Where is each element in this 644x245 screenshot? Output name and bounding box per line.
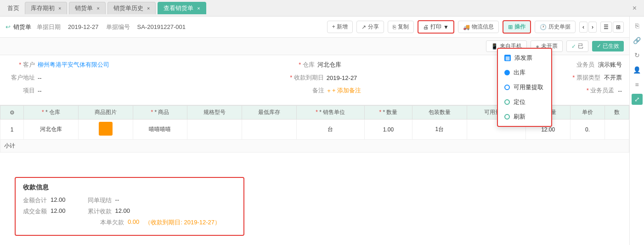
address-field: 客户地址 --: [7, 74, 290, 82]
add-invoice-label: 添发票: [514, 54, 532, 62]
same-order-label: 同单现结: [88, 196, 112, 205]
tab-inventory-init[interactable]: 库存期初 ×: [25, 2, 67, 14]
confirm-check-icon: ✓: [571, 43, 576, 50]
confirm-icon-btn[interactable]: ✓ 已: [566, 40, 588, 52]
col-price: 单价: [571, 106, 605, 120]
tab-sales-history-label: 销货单历史: [113, 4, 143, 12]
tab-sales-history[interactable]: 销货单历史 ×: [107, 2, 156, 14]
share-label: 分享: [368, 23, 379, 31]
copy-button[interactable]: ⎘ 复制: [388, 21, 414, 33]
share-button[interactable]: ↗ 分享: [356, 21, 384, 33]
staff-field: 业务员 演示账号: [567, 61, 622, 69]
locate-label: 定位: [514, 98, 525, 106]
tab-sales-order-close[interactable]: ×: [96, 6, 99, 11]
history-button[interactable]: 🕐 历史单据: [535, 21, 576, 33]
date-label: 单据日期: [37, 23, 61, 31]
row-price: 0.: [571, 120, 605, 140]
refresh-icon: [504, 114, 510, 120]
tab-sales-order-label: 销货单: [75, 4, 93, 12]
sidebar-refresh-icon[interactable]: ↻: [632, 50, 643, 61]
due-note: （收款到期日: 2019-12-27）: [145, 218, 220, 227]
effective-label: 已生效: [603, 43, 619, 49]
tab-inventory-init-close[interactable]: ×: [58, 6, 61, 11]
sidebar-copy-icon[interactable]: ⎘: [632, 20, 643, 31]
row-extra: [604, 120, 629, 140]
address-label: 客户地址: [7, 74, 35, 82]
dropdown-locate[interactable]: 定位: [498, 95, 551, 109]
col-extra: 数: [604, 106, 629, 120]
print-label: 打印: [430, 23, 441, 31]
dropdown-add-invoice[interactable]: ▦ 添发票: [498, 51, 551, 65]
note-label: 备注: [297, 86, 324, 95]
action-dropdown-menu: ▦ 添发票 出库 可用量提取 定位 刷新: [497, 48, 552, 127]
effective-check-icon: ✓: [597, 43, 601, 49]
row-spec: [187, 120, 242, 140]
tab-view-sales-label: 查看销货单: [164, 4, 193, 12]
prev-button[interactable]: ‹: [579, 22, 588, 33]
col-product: * * 商品: [133, 106, 187, 120]
customer-field: 客户 柳州粤港平安气体有限公司: [7, 61, 287, 69]
home-label: 首页: [7, 4, 19, 12]
list-view-button[interactable]: ☰: [600, 22, 612, 33]
row-qty: 1.00: [364, 120, 412, 140]
logistics-icon: 🚚: [463, 24, 470, 30]
customer-label: 客户: [7, 61, 35, 69]
col-pkg-qty: 包装数量: [412, 106, 467, 120]
tab-sales-history-close[interactable]: ×: [147, 6, 150, 11]
due-date-value: 2019-12-27: [327, 74, 357, 81]
amount-total-item: 金额合计 12.00: [23, 196, 66, 205]
payment-row-1: 金额合计 12.00 同单现结 --: [23, 196, 236, 205]
col-gear[interactable]: ⚙: [0, 106, 24, 120]
new-button[interactable]: + 新增: [327, 21, 353, 33]
action-button[interactable]: ⊞ 操作: [503, 20, 531, 34]
dropdown-out-warehouse[interactable]: 出库: [498, 65, 551, 80]
window-close-button[interactable]: ×: [629, 4, 640, 12]
ticket-type-field: 票据类型 不开票: [572, 74, 622, 82]
sidebar-list-icon[interactable]: ≡: [632, 79, 643, 90]
view-buttons: ☰ ⊞: [600, 22, 624, 33]
customer-value[interactable]: 柳州粤港平安气体有限公司: [38, 61, 109, 69]
row-warehouse: 河北仓库: [24, 120, 79, 140]
add-note-button[interactable]: + + 添加备注: [327, 86, 361, 95]
dropdown-qty-extract[interactable]: 可用量提取: [498, 80, 551, 95]
warehouse-label: 仓库: [287, 61, 315, 69]
amount-total-label: 金额合计: [23, 196, 47, 205]
tab-view-sales[interactable]: 查看销货单 ×: [158, 2, 206, 14]
logistics-button[interactable]: 🚚 物流信息: [458, 21, 499, 33]
grid-view-button[interactable]: ⊞: [613, 22, 624, 33]
no-value: SA-20191227-001: [137, 23, 186, 30]
due-date-label: 收款到期日: [290, 74, 324, 82]
dropdown-refresh[interactable]: 刷新: [498, 109, 551, 124]
accumulated-value: 12.00: [115, 207, 130, 216]
ticket-type-label: 票据类型: [572, 74, 600, 82]
col-unit: * * 销售单位: [296, 106, 364, 120]
copy-icon: ⎘: [393, 24, 396, 30]
payment-info-panel: 收款信息 金额合计 12.00 同单现结 -- 成交金额 12.00: [15, 177, 244, 236]
project-value: --: [38, 87, 42, 94]
payment-row-2: 成交金额 12.00 累计收款 12.00: [23, 207, 236, 216]
transaction-item: 成交金额 12.00: [23, 207, 66, 216]
effective-button[interactable]: ✓ 已生效: [592, 41, 624, 51]
amount-total-value: 12.00: [51, 196, 66, 205]
biz-staff-value: --: [618, 87, 622, 94]
accumulated-item: 累计收款 12.00: [88, 207, 130, 216]
refresh-label: 刷新: [514, 113, 525, 121]
tab-sales-order[interactable]: 销货单 ×: [69, 2, 105, 14]
date-value: 2019-12-27: [68, 23, 99, 30]
biz-staff-field: 业务员孟 --: [587, 86, 622, 95]
next-button[interactable]: ›: [588, 22, 597, 33]
nav-arrows: ‹ ›: [579, 22, 597, 33]
out-warehouse-label: 出库: [514, 68, 525, 77]
sidebar-expand-icon[interactable]: ⤢: [632, 94, 643, 105]
tab-inventory-init-label: 库存期初: [31, 4, 55, 12]
add-note-label: + 添加备注: [332, 86, 361, 95]
tab-home[interactable]: 首页: [4, 2, 23, 14]
row-img: [78, 120, 133, 140]
print-button[interactable]: 🖨 打印 ▼: [418, 20, 454, 34]
sidebar-user-icon[interactable]: 👤: [632, 64, 643, 75]
tab-view-sales-close[interactable]: ×: [197, 6, 200, 11]
copy-label: 复制: [398, 23, 409, 31]
payment-row-3: 本单欠款 0.00 （收款到期日: 2019-12-27）: [23, 218, 236, 227]
print-dropdown-arrow: ▼: [443, 24, 449, 30]
sidebar-link-icon[interactable]: 🔗: [632, 35, 643, 46]
